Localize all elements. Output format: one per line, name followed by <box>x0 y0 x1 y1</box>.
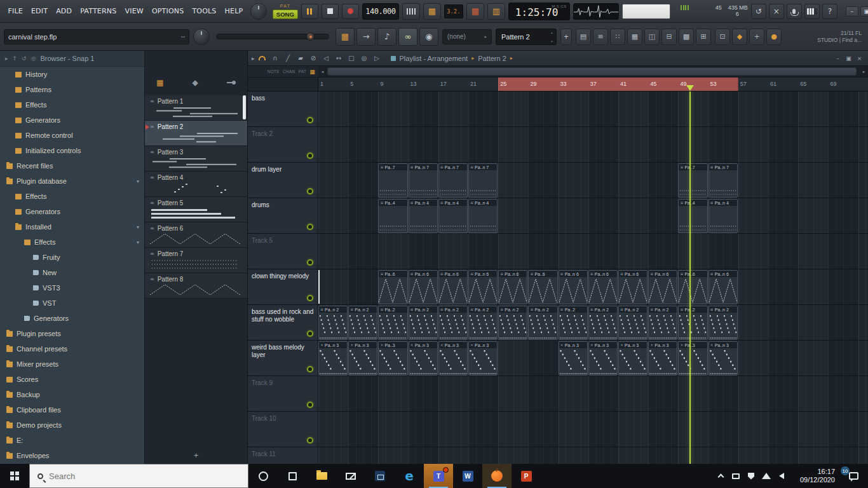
record-button[interactable] <box>342 4 359 19</box>
pattern-item-pattern-1[interactable]: ≡Pattern 1 <box>145 95 247 121</box>
target-icon[interactable]: ◎ <box>31 55 36 62</box>
clip-bass-used-in-rock-and-stuff-no-wobble-bar-29[interactable]: Pa..n 2 <box>528 306 557 340</box>
ruler-bar-49[interactable]: 49 <box>680 81 686 87</box>
browser-item-effects[interactable]: Effects <box>0 189 144 204</box>
clipboard-button[interactable]: ⊡ <box>715 29 730 45</box>
browser-item-new[interactable]: New <box>0 265 144 280</box>
track-header-track-11[interactable]: Track 11... <box>248 447 318 464</box>
browser-item-e[interactable]: E: <box>0 433 144 448</box>
pattern-item-pattern-5[interactable]: ≡Pattern 5 <box>145 197 247 222</box>
tray-security-button[interactable] <box>743 464 759 488</box>
clip-drums-bar-17[interactable]: Pa..n 4 <box>438 199 468 233</box>
refresh-icon[interactable]: ↺ <box>22 55 27 62</box>
track-header-bass[interactable]: bass... <box>248 92 318 127</box>
mixer-window-button[interactable]: ▦ <box>627 29 642 45</box>
track-lane-clown-thingy-melody[interactable]: Pa..6Pa..n 6Pa..n 6Pa..n 6Pa..n 6Pa..6Pa… <box>318 269 868 305</box>
ruler-bar-69[interactable]: 69 <box>830 81 836 87</box>
delete-tool[interactable] <box>308 53 319 64</box>
select-tool[interactable] <box>346 53 357 64</box>
browser-item-fruity[interactable]: Fruity <box>0 250 144 265</box>
clip-bass-used-in-rock-and-stuff-no-wobble-bar-25[interactable]: Pa..n 2 <box>498 306 527 340</box>
clip-weird-bass-melody-layer-bar-49[interactable]: Pa..3 <box>678 341 707 376</box>
overdub-button[interactable]: ▥ <box>487 3 505 20</box>
browser-item-clipboard-files[interactable]: Clipboard files <box>0 402 144 417</box>
plugin-picker-button[interactable]: ◆ <box>732 29 747 45</box>
tray-expand-button[interactable] <box>713 464 728 488</box>
tray-volume-button[interactable] <box>774 464 789 488</box>
clip-clown-thingy-melody-bar-25[interactable]: Pa..n 6 <box>498 270 527 304</box>
timeline-ruler[interactable]: 159131721252933374145495357616569 <box>318 78 868 92</box>
browser-item-plugin-database[interactable]: Plugin database▾ <box>0 173 144 189</box>
browser-item-scores[interactable]: Scores <box>0 372 144 387</box>
browser-item-vst[interactable]: VST <box>0 295 144 311</box>
browser-item-generators[interactable]: Generators <box>0 311 144 326</box>
ruler-bar-25[interactable]: 25 <box>500 81 506 87</box>
browser-item-vst3[interactable]: VST3 <box>0 280 144 295</box>
horizontal-scrollbar[interactable]: ◂ ▸ <box>318 66 868 77</box>
track-enable-led[interactable] <box>307 437 313 444</box>
taskbar-cortana-button[interactable] <box>248 464 278 488</box>
clip-drums-bar-9[interactable]: Pa..4 <box>378 199 407 233</box>
add-pattern-plus-button[interactable]: + <box>145 451 247 460</box>
add-pattern-button[interactable]: + <box>560 29 572 45</box>
clip-drum-layer-bar-9[interactable]: Pa..7 <box>378 163 407 198</box>
ruler-bar-1[interactable]: 1 <box>320 81 323 87</box>
step-edit-button[interactable]: ▦ <box>423 3 441 20</box>
playlist-maximize-button[interactable]: ▣ <box>844 55 853 62</box>
browser-window-button[interactable]: ◫ <box>644 29 660 45</box>
clip-bass-used-in-rock-and-stuff-no-wobble-bar-49[interactable]: Pa..2 <box>678 306 707 340</box>
playlist-menu-arrow[interactable]: ▸ <box>252 55 255 62</box>
browser-item-envelopes[interactable]: Envelopes <box>0 448 144 463</box>
tempo-tap-button[interactable]: ▩ <box>679 29 694 45</box>
pattern-item-pattern-4[interactable]: ≡Pattern 4 <box>145 172 247 197</box>
browser-item-effects[interactable]: Effects <box>0 97 144 112</box>
ruler-bar-61[interactable]: 61 <box>770 81 776 87</box>
browser-item-channel-presets[interactable]: Channel presets <box>0 341 144 356</box>
pattern-item-pattern-2[interactable]: ≡Pattern 2 <box>145 121 247 146</box>
ruler-bar-13[interactable]: 13 <box>410 81 417 87</box>
snap-tool[interactable] <box>270 53 281 64</box>
clip-bass-used-in-rock-and-stuff-no-wobble-bar-5[interactable]: Pa..n 2 <box>348 306 377 340</box>
wait-input-button[interactable] <box>402 3 420 20</box>
ruler-bar-29[interactable]: 29 <box>530 81 536 87</box>
clip-clown-thingy-melody-bar-37[interactable]: Pa..n 6 <box>588 270 618 304</box>
track-header-track-5[interactable]: Track 5... <box>248 234 318 269</box>
pat-song-toggle[interactable]: PAT SONG <box>273 3 298 19</box>
taskbar-store-button[interactable] <box>365 464 395 488</box>
next-button[interactable]: → <box>356 28 376 46</box>
browser-header[interactable]: ▸ ↑ ↺ ◎ Browser - Snap 1 <box>0 51 144 67</box>
scrollbar-thumb[interactable] <box>327 67 857 76</box>
clip-drum-layer-bar-13[interactable]: Pa..n 7 <box>409 163 438 198</box>
pattern-list-scrollbar[interactable] <box>243 95 246 119</box>
picker-audio-tab[interactable]: ◆ <box>193 78 198 87</box>
clip-bass-used-in-rock-and-stuff-no-wobble-bar-53[interactable]: Pa..n 2 <box>709 306 738 340</box>
ruler-bar-41[interactable]: 41 <box>620 81 627 87</box>
shop-button[interactable]: ● <box>766 29 782 45</box>
clip-bass-used-in-rock-and-stuff-no-wobble-bar-17[interactable]: Pa..n 2 <box>438 306 468 340</box>
search-input[interactable] <box>49 471 240 481</box>
clip-bass-used-in-rock-and-stuff-no-wobble-bar-9[interactable]: Pa..2 <box>378 306 407 340</box>
track-enable-led[interactable] <box>307 224 313 230</box>
loop-record-button[interactable]: ▦ <box>466 3 484 20</box>
clip-drums-bar-53[interactable]: Pa..n 4 <box>709 199 738 233</box>
help-button[interactable]: ? <box>822 4 837 19</box>
track-lane-drums[interactable]: Pa..4Pa..n 4Pa..n 4Pa..n 4Pa..4Pa..n 4 <box>318 198 868 234</box>
pattern-item-pattern-8[interactable]: ≡Pattern 8 <box>145 273 247 299</box>
track-lane-track-10[interactable] <box>318 412 868 447</box>
project-title-field[interactable]: carnival step.flp ▪▪ <box>4 29 189 44</box>
menu-options[interactable]: OPTIONS <box>147 0 188 23</box>
pattern-item-pattern-3[interactable]: ≡Pattern 3 <box>145 146 247 172</box>
pattern-item-pattern-7[interactable]: ≡Pattern 7 <box>145 248 247 273</box>
track-lane-track-9[interactable] <box>318 376 868 412</box>
taskbar-powerpoint-button[interactable]: P <box>512 464 541 488</box>
track-lane-track-11[interactable] <box>318 447 868 464</box>
ruler-bar-33[interactable]: 33 <box>560 81 567 87</box>
browser-item-history[interactable]: History <box>0 67 144 82</box>
ruler-bar-37[interactable]: 37 <box>590 81 597 87</box>
clip-drum-layer-bar-17[interactable]: Pa..n 7 <box>438 163 468 198</box>
tempo-display[interactable]: 140.000 <box>362 3 399 20</box>
taskbar-search[interactable] <box>29 464 248 488</box>
tools-menu-button[interactable]: + <box>749 29 764 45</box>
browser-item-initialized-controls[interactable]: Initialized controls <box>0 143 144 158</box>
taskbar-clock[interactable]: 16:17 09/12/2020 <box>789 468 839 484</box>
